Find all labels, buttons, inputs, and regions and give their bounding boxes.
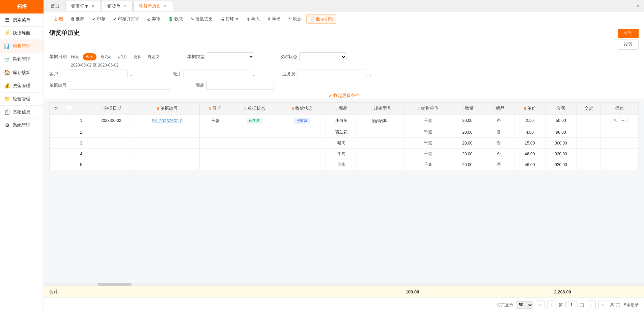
add-button[interactable]: + 新增 [48,15,66,23]
pay-status-column-header[interactable]: ⇅ 收款状态 [278,103,326,114]
customer-input[interactable] [60,70,128,78]
show-detail-button[interactable]: 📄 显示明细 [306,14,336,24]
product-dots-icon[interactable]: ... [276,83,280,88]
query-button[interactable]: 查询 [618,29,639,38]
doc-no-input[interactable] [69,81,170,90]
sale-unit-sort[interactable]: ⇅ 销售单位 [417,105,439,111]
row-doc-no-cell[interactable]: SA-20230602-0 [135,114,200,127]
sale-unit-column-header[interactable]: ⇅ 销售单位 [404,103,452,114]
sidebar-item-sys-mgmt[interactable]: ⚙ 系统管理 [0,119,44,132]
sidebar-item-biz-mgmt[interactable]: 📁 经营管理 [0,93,44,106]
row-checkbox-cell[interactable] [63,159,75,170]
per-page-select[interactable]: 50 100 [516,301,533,309]
close-sales-history-icon[interactable]: ✕ [163,4,167,8]
doc-date-column-header[interactable]: ⇅ 单据日期 [87,103,135,114]
spec-sort[interactable]: ⇅ 规格型号 [370,105,391,111]
warehouse-dots-icon[interactable]: ... [253,71,257,77]
edit-op-button[interactable]: ✎ [612,117,619,124]
gift-sort[interactable]: ⇅ 赠品 [492,105,505,111]
print-button[interactable]: 🖨 打印 ▼ [218,15,242,23]
row-checkbox[interactable] [67,118,71,122]
doc-type-select[interactable] [207,52,254,61]
sidebar-item-finance-mgmt[interactable]: 💰 资金管理 [0,79,44,93]
ops-header-label: 操作 [615,106,624,111]
qty-sort[interactable]: ⇅ 数量 [461,105,474,111]
row-doc-no-cell[interactable] [135,127,200,138]
product-sort[interactable]: ⇅ 商品 [335,105,347,111]
date-btn-more[interactable]: 更多 [131,53,143,60]
more-op-button[interactable]: ⋯ [620,117,627,124]
prev-page-button[interactable]: ‹ [547,301,556,309]
customer-column-header[interactable]: ⇅ 客户 [200,103,231,114]
horizontal-scrollbar[interactable] [44,283,644,286]
close-window-icon[interactable]: ✕ [636,3,643,8]
tab-home[interactable]: 首页 [45,1,65,11]
collapse-button[interactable]: ∧ 收起更多条件 [49,93,639,99]
row-doc-no-cell[interactable] [135,149,200,159]
pay-status-sort[interactable]: ⇅ 收款状态 [291,105,313,111]
abandon-button[interactable]: ⊘ 弃审 [144,15,163,23]
customer-sort[interactable]: ⇅ 客户 [209,105,221,111]
customer-dots-icon[interactable]: ... [130,71,134,77]
spec-column-header[interactable]: ⇅ 规格型号 [357,103,404,114]
row-doc-no-cell[interactable] [135,159,200,170]
doc-no-sort[interactable]: ⇅ 单据编号 [157,105,178,111]
product-input[interactable] [206,81,274,90]
select-all-checkbox[interactable] [67,106,71,110]
doc-date-sort[interactable]: ⇅ 单据日期 [100,105,121,111]
export-button[interactable]: ⬇ 导出 [264,15,283,23]
import-button[interactable]: ⬆ 导入 [244,15,262,23]
row-doc-no-cell[interactable] [135,138,200,149]
date-btn-1month[interactable]: 近1月 [115,53,130,60]
filter-date-range-row: 2023-06-02 至 2023-06-02 [49,62,639,68]
salesperson-input[interactable] [298,70,365,78]
unit-price-column-header[interactable]: ⇅ 单价 [514,103,545,114]
row-checkbox-cell[interactable] [63,149,75,159]
tab-sales-delivery[interactable]: 销货单 ✕ [102,1,133,11]
warehouse-input[interactable] [184,70,251,78]
sidebar-item-inventory[interactable]: 🏠 库存核算 [0,66,44,79]
filter-customer-group: 客户 ... [49,70,134,78]
doc-no-column-header[interactable]: ⇅ 单据编号 [135,103,200,114]
pay-status-select[interactable] [299,52,346,61]
product-column-header[interactable]: ⇅ 商品 [326,103,357,114]
qty-column-header[interactable]: ⇅ 数量 [452,103,483,114]
row-checkbox-cell[interactable] [63,138,75,149]
unit-price-sort[interactable]: ⇅ 单价 [524,105,536,111]
scrollbar-thumb[interactable] [98,283,132,286]
close-sales-delivery-icon[interactable]: ✕ [122,4,127,8]
refresh-button[interactable]: ↻ 刷新 [285,15,304,23]
delete-button[interactable]: 🗑 删除 [68,15,87,23]
tab-sales-history[interactable]: 销货单历史 ✕ [133,1,173,11]
doc-status-column-header[interactable]: ⇅ 单据状态 [231,103,278,114]
row-product-cell: 小白菜 [326,114,357,127]
first-page-button[interactable]: ⊲ [536,301,544,309]
audit-button[interactable]: ✔ 审核 [89,15,108,23]
doc-status-sort[interactable]: ⇅ 单据状态 [244,105,265,111]
audit-print-button[interactable]: ✔ 审核并打印 [110,15,142,23]
receive-button[interactable]: 💲 收款 [165,15,186,23]
table-header-row: ⚙ ⇅ 单据日期 ⇅ [50,103,639,114]
sidebar-item-search-menu[interactable]: ☰ 搜索菜单 [0,14,44,27]
date-btn-7days[interactable]: 近7天 [99,53,113,60]
salesperson-dots-icon[interactable]: ... [367,71,371,77]
doc-no-link[interactable]: SA-20230602-0 [152,118,183,123]
row-checkbox-cell[interactable] [63,127,75,138]
sidebar-item-purchase-mgmt[interactable]: 🛒 采购管理 [0,53,44,66]
date-btn-yesterday[interactable]: 昨天 [69,53,81,60]
row-checkbox-cell[interactable] [63,114,75,127]
gift-column-header[interactable]: ⇅ 赠品 [483,103,514,114]
gear-column-header[interactable]: ⚙ [50,103,63,114]
set-button[interactable]: 设置 [618,40,639,50]
close-sales-order-icon[interactable]: ✕ [91,4,95,8]
page-number-input[interactable] [565,302,578,308]
sidebar-item-basic-info[interactable]: 📋 基础信息 [0,106,44,119]
sidebar-item-quick-nav[interactable]: ⚡ 快捷导航 [0,27,44,40]
next-page-button[interactable]: › [587,301,596,309]
date-btn-today[interactable]: 今天 [83,53,96,60]
sidebar-item-sales-mgmt[interactable]: 📊 销售管理 [0,40,44,53]
date-btn-custom[interactable]: 自定义 [145,53,162,60]
last-page-button[interactable]: ⊳ [598,301,607,309]
batch-change-button[interactable]: ✎ 批量变更 [188,15,216,23]
tab-sales-order[interactable]: 销售订单 ✕ [65,1,101,11]
